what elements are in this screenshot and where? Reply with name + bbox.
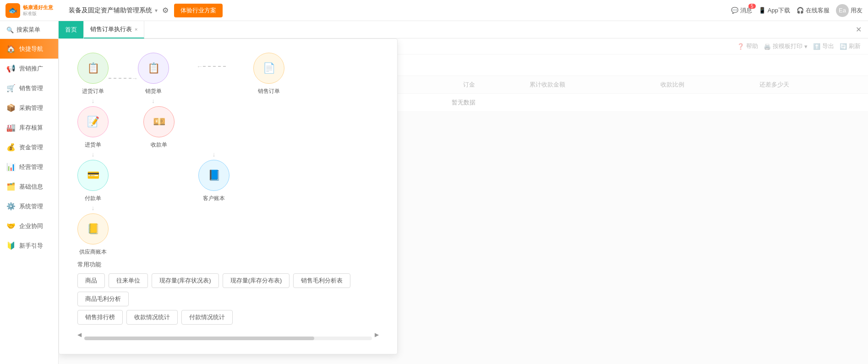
quick-nav-overlay: 📋 进货订单 ↓ 📝 进货单 ↓ (59, 38, 868, 364)
content-body: ❓ 帮助 🖨️ 按模板打印 ▾ ⬆️ 导出 � (59, 38, 868, 364)
search-menu[interactable]: 🔍 搜索菜单 (0, 21, 58, 39)
purchase-bill-label: 进货单 (85, 141, 101, 149)
sales-order-node[interactable]: 📄 销售订单 (253, 53, 284, 95)
supplier-ledger-node[interactable]: 📒 供应商账本 (77, 213, 109, 256)
sales-bill-node[interactable]: 📋 销货单 (138, 53, 169, 95)
card-scrollbar[interactable] (84, 337, 372, 340)
logo-line2: 标准版 (23, 11, 53, 16)
search-menu-label: 搜索菜单 (16, 26, 40, 34)
tab-close-button[interactable]: × (135, 27, 137, 32)
supplier-ledger-label: 供应商账本 (79, 248, 107, 256)
system-label: 系统管理 (19, 202, 43, 211)
func-btn-inventory-status[interactable]: 现存量(库存状况表) (152, 273, 219, 288)
tab-sales-order[interactable]: 销售订单执行表 × (84, 21, 144, 38)
func-btn-sales-profit[interactable]: 销售毛利分析表 (293, 273, 350, 288)
sidebar-item-inventory[interactable]: 🏭 库存核算 (0, 118, 58, 137)
content-area: 首页 销售订单执行表 × ✕ ❓ 帮助 (59, 21, 868, 364)
arrow-down-receipt: ↓ (138, 149, 284, 160)
tab-bar-close-button[interactable]: ✕ (849, 25, 868, 34)
quick-nav-card: 📋 进货订单 ↓ 📝 进货单 ↓ (59, 38, 398, 354)
tab-home-label: 首页 (65, 26, 77, 34)
sidebar-item-guide[interactable]: 🔰 新手引导 (0, 236, 58, 255)
func-btn-partners[interactable]: 往来单位 (109, 273, 148, 288)
purchase-bill-icon: 📝 (77, 106, 109, 137)
sidebar-item-system[interactable]: ⚙️ 系统管理 (0, 196, 58, 216)
online-service-button[interactable]: 🎧 在线客服 (797, 6, 830, 15)
sidebar-item-purchase[interactable]: 📦 采购管理 (0, 98, 58, 118)
arrow-down-sales-bill: ↓ (152, 97, 155, 104)
collaboration-icon: 🤝 (6, 222, 16, 230)
sidebar-item-sales[interactable]: 🛒 销售管理 (0, 78, 58, 98)
inventory-icon: 🏭 (6, 123, 16, 132)
system-icon: ⚙️ (6, 202, 16, 211)
logo-area: 🐟 畅康通好生意 标准版 (5, 3, 64, 18)
func-btn-sales-rank[interactable]: 销售排行榜 (77, 310, 123, 325)
scroll-left-arrow[interactable]: ◀ (77, 331, 82, 338)
customer-ledger-icon: 📘 (198, 160, 229, 191)
collaboration-label: 企业协同 (19, 222, 43, 230)
user-menu[interactable]: Ea 用友 (836, 4, 863, 17)
tab-home[interactable]: 首页 (59, 21, 84, 38)
settings-icon[interactable]: ⚙ (162, 6, 169, 15)
sidebar-item-operations[interactable]: 📊 经营管理 (0, 157, 58, 177)
top-right-row: 📋 销货单 ← (138, 53, 284, 95)
payment-label: 付款单 (85, 195, 101, 202)
func-btn-inventory-dist[interactable]: 现存量(库存分布表) (223, 273, 290, 288)
purchase-order-icon: 📋 (77, 53, 109, 84)
arrow-down-3: ↓ (92, 204, 95, 212)
finance-icon: 💰 (6, 143, 16, 152)
sidebar-item-collaboration[interactable]: 🤝 企业协同 (0, 216, 58, 236)
customer-ledger-row: 📘 客户账本 (138, 160, 284, 202)
message-badge: 5 (748, 4, 756, 9)
topbar-right: 💬 消息 5 📱 App下载 🎧 在线客服 Ea 用友 (731, 4, 863, 17)
app-download-button[interactable]: 📱 App下载 (759, 6, 790, 15)
func-btn-payment-stats[interactable]: 付款情况统计 (181, 310, 233, 325)
tab-bar: 首页 销售订单执行表 × ✕ (59, 21, 868, 38)
system-title-text: 装备及固定资产辅助管理系统 (69, 6, 152, 15)
sales-bill-label: 销货单 (145, 87, 162, 95)
trial-button[interactable]: 体验行业方案 (174, 4, 223, 17)
operations-label: 经营管理 (19, 163, 43, 171)
logo-line1: 畅康通好生意 (23, 4, 53, 11)
message-button[interactable]: 💬 消息 5 (731, 6, 752, 15)
basic-info-label: 基础信息 (19, 183, 43, 191)
customer-ledger-label: 客户账本 (203, 195, 225, 202)
system-dropdown-icon[interactable]: ▾ (155, 7, 158, 14)
sidebar-item-quick-nav[interactable]: 🏠 快捷导航 (0, 39, 58, 59)
sidebar-item-basic-info[interactable]: 🗂️ 基础信息 (0, 177, 58, 196)
purchase-icon: 📦 (6, 103, 16, 112)
h-arrows-1: → (109, 53, 138, 94)
h-arrow-dashed: ← (197, 63, 226, 70)
app-download-label: App下载 (768, 6, 790, 15)
guide-icon: 🔰 (6, 241, 16, 250)
arrow-down-1: ↓ (92, 97, 95, 104)
card-scroll-row: ◀ ▶ (77, 329, 379, 340)
func-btn-goods[interactable]: 商品 (77, 273, 105, 288)
logo-icon: 🐟 (5, 3, 20, 18)
customer-ledger-node[interactable]: 📘 客户账本 (143, 160, 284, 202)
sidebar-item-finance[interactable]: 💰 资金管理 (0, 137, 58, 157)
func-btn-goods-profit[interactable]: 商品毛利分析 (77, 292, 129, 306)
common-functions-title: 常用功能 (77, 261, 379, 269)
online-service-label: 在线客服 (806, 6, 830, 15)
arrow-down-2: ↓ (92, 151, 95, 158)
sidebar-item-marketing[interactable]: 📢 营销推广 (0, 59, 58, 78)
sales-icon: 🛒 (6, 84, 16, 92)
purchase-bill-node[interactable]: 📝 进货单 (77, 106, 109, 149)
payment-node[interactable]: 💳 付款单 (77, 160, 109, 202)
func-btn-receipt-stats[interactable]: 收款情况统计 (126, 310, 178, 325)
finance-label: 资金管理 (19, 143, 43, 152)
receipt-node[interactable]: 💴 收款单 (143, 106, 175, 149)
guide-label: 新手引导 (19, 242, 43, 250)
quick-nav-label: 快捷导航 (19, 45, 43, 53)
quick-nav-icon: 🏠 (6, 44, 16, 53)
basic-info-icon: 🗂️ (6, 182, 16, 191)
func-buttons-row1: 商品 往来单位 现存量(库存状况表) 现存量(库存分布表) 销售毛利分析表 商品… (77, 273, 379, 306)
arrow-right-1: → (109, 63, 138, 94)
purchase-order-label: 进货订单 (82, 87, 104, 95)
common-functions: 常用功能 商品 往来单位 现存量(库存状况表) 现存量(库存分布表) 销售毛利分… (77, 261, 379, 325)
scroll-right-arrow[interactable]: ▶ (375, 331, 379, 338)
payment-icon: 💳 (77, 160, 109, 191)
purchase-order-node[interactable]: 📋 进货订单 (77, 53, 109, 95)
receipt-label: 收款单 (151, 141, 167, 149)
